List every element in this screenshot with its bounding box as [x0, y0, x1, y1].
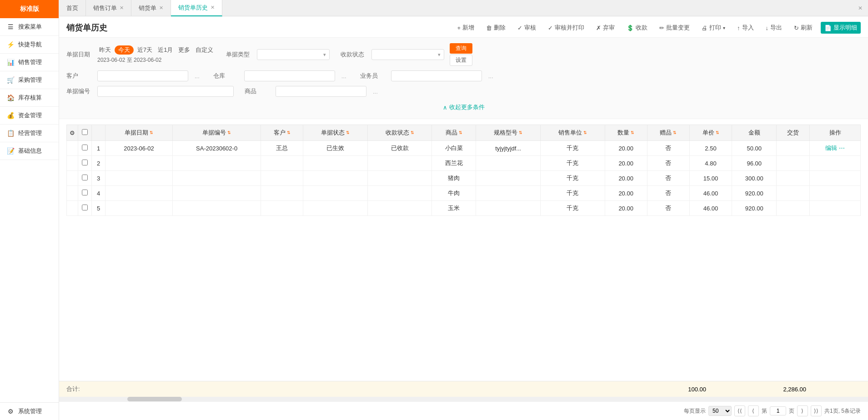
th-docnum[interactable]: 单据编号⇅ — [173, 125, 261, 141]
th-goods[interactable]: 商品⇅ — [432, 125, 476, 141]
prev-page-button[interactable]: ⟨ — [748, 405, 759, 416]
cell-paymentstatus — [367, 171, 432, 186]
cell-rownum: 5 — [92, 201, 105, 216]
first-page-button[interactable]: ⟨⟨ — [734, 405, 745, 416]
row-checkbox-4[interactable] — [82, 205, 88, 210]
show-detail-button[interactable]: 📄 显示明细 — [821, 22, 861, 34]
staff-dots-button[interactable]: ... — [486, 72, 496, 80]
batch-change-button[interactable]: ✏ 批量变更 — [656, 22, 693, 34]
horizontal-scrollbar[interactable] — [59, 397, 868, 401]
next-page-button[interactable]: ⟩ — [797, 405, 808, 416]
payment-select[interactable] — [371, 49, 444, 60]
import-button[interactable]: ↑ 导入 — [733, 22, 758, 34]
sidebar-item-quick-nav[interactable]: ⚡ 快捷导航 — [0, 36, 59, 54]
date-btn-today[interactable]: 今天 — [115, 45, 134, 55]
audit-print-button[interactable]: ✓ 审核并打印 — [544, 22, 588, 34]
sidebar-item-label: 经营管理 — [18, 129, 42, 137]
tab-sales-goods[interactable]: 销货单 ✕ — [131, 0, 171, 16]
cell-action[interactable] — [810, 201, 861, 216]
cell-checkbox[interactable] — [78, 201, 92, 216]
cell-action[interactable]: 编辑⋯ — [810, 141, 861, 156]
cell-transaction — [777, 171, 810, 186]
query-button[interactable]: 查询 — [450, 43, 472, 54]
more-action[interactable]: ⋯ — [839, 145, 845, 151]
date-btn-custom[interactable]: 自定义 — [194, 45, 215, 55]
customer-dots-button[interactable]: ... — [192, 72, 202, 80]
sys-mgmt-icon: ⚙ — [6, 407, 15, 415]
audit-button[interactable]: ✓ 审核 — [514, 22, 540, 34]
sidebar-item-inventory[interactable]: 🏠 库存核算 — [0, 89, 59, 107]
collapse-up-icon: ∧ — [443, 104, 447, 111]
cell-spec — [476, 156, 541, 171]
warehouse-dots-button[interactable]: ... — [339, 72, 349, 80]
sidebar-item-sales-mgmt[interactable]: 📊 销售管理 — [0, 54, 59, 71]
set-button[interactable]: 设置 — [450, 55, 472, 66]
th-gift[interactable]: 赠品⇅ — [647, 125, 689, 141]
select-all-checkbox[interactable] — [82, 129, 88, 135]
sidebar-item-search-menu[interactable]: ☰ 搜索菜单 — [0, 18, 59, 36]
cell-gift: 否 — [647, 156, 689, 171]
th-price[interactable]: 单价⇅ — [689, 125, 732, 141]
sidebar-item-finance[interactable]: 💰 资金管理 — [0, 107, 59, 125]
row-checkbox-1[interactable] — [82, 160, 88, 165]
goods-input[interactable] — [276, 86, 366, 97]
th-qty[interactable]: 数量⇅ — [605, 125, 647, 141]
customer-input[interactable] — [97, 70, 188, 81]
page-number-input[interactable] — [770, 406, 786, 415]
cell-action[interactable] — [810, 186, 861, 201]
th-settings[interactable]: ⚙ — [67, 125, 78, 141]
export-button[interactable]: ↓ 导出 — [762, 22, 786, 34]
row-checkbox-3[interactable] — [82, 190, 88, 195]
sidebar-item-label: 搜索菜单 — [18, 23, 42, 31]
row-checkbox-0[interactable] — [82, 145, 88, 150]
row-checkbox-2[interactable] — [82, 175, 88, 180]
cell-price: 46.00 — [689, 201, 732, 216]
cell-checkbox[interactable] — [78, 171, 92, 186]
sidebar-item-sys-mgmt[interactable]: ⚙ 系统管理 — [0, 403, 59, 420]
refresh-button[interactable]: ↻ 刷新 — [790, 22, 816, 34]
tab-sales-history[interactable]: 销货单历史 ✕ — [171, 0, 222, 16]
tab-close-sales-history[interactable]: ✕ — [211, 5, 215, 10]
warehouse-input[interactable] — [244, 70, 335, 81]
cell-checkbox[interactable] — [78, 186, 92, 201]
tab-home[interactable]: 首页 — [59, 0, 86, 16]
page-label: 第 — [762, 407, 767, 415]
last-page-button[interactable]: ⟩⟩ — [811, 405, 822, 416]
th-docstatus[interactable]: 单据状态⇅ — [303, 125, 368, 141]
sidebar-item-purchase-mgmt[interactable]: 🛒 采购管理 — [0, 71, 59, 89]
th-unit[interactable]: 销售单位⇅ — [540, 125, 605, 141]
tab-close-sales-order[interactable]: ✕ — [120, 5, 124, 11]
th-spec[interactable]: 规格型号⇅ — [476, 125, 541, 141]
sidebar-item-basic-info[interactable]: 📝 基础信息 — [0, 142, 59, 160]
collect-button[interactable]: 💲 收款 — [623, 22, 651, 34]
type-select[interactable] — [257, 49, 330, 60]
close-all-tabs-button[interactable]: ✕ — [853, 5, 868, 11]
abandon-button[interactable]: ✗ 弃审 — [592, 22, 618, 34]
date-btn-7days[interactable]: 近7天 — [135, 45, 154, 55]
goods-dots-button[interactable]: ... — [370, 87, 381, 96]
sidebar-item-ops[interactable]: 📋 经营管理 — [0, 125, 59, 142]
cell-checkbox[interactable] — [78, 156, 92, 171]
delete-button[interactable]: 🗑 删除 — [482, 22, 509, 34]
th-paymentstatus[interactable]: 收款状态⇅ — [367, 125, 432, 141]
date-btn-1month[interactable]: 近1月 — [156, 45, 175, 55]
cell-checkbox[interactable] — [78, 141, 92, 156]
filter-customer: 客户 ... — [66, 70, 202, 81]
cell-action[interactable] — [810, 156, 861, 171]
per-page-select[interactable]: 50 100 — [708, 406, 732, 416]
docnum-input[interactable] — [97, 86, 234, 97]
date-btn-more[interactable]: 更多 — [176, 45, 192, 55]
th-date[interactable]: 单据日期⇅ — [105, 125, 173, 141]
edit-action[interactable]: 编辑 — [825, 145, 837, 151]
tab-close-sales-goods[interactable]: ✕ — [159, 5, 163, 11]
cell-action[interactable] — [810, 171, 861, 186]
date-btn-yesterday[interactable]: 昨天 — [97, 45, 113, 55]
tab-sales-order[interactable]: 销售订单 ✕ — [86, 0, 131, 16]
staff-input[interactable] — [391, 70, 482, 81]
print-button[interactable]: 🖨 打印 ▾ — [698, 22, 729, 34]
add-button[interactable]: + 新增 — [453, 22, 478, 34]
th-customer[interactable]: 客户⇅ — [261, 125, 303, 141]
table-area: ⚙ 单据日期⇅ 单据编号⇅ 客户⇅ 单据状态⇅ — [59, 119, 868, 381]
scrollbar-thumb[interactable] — [127, 397, 182, 401]
collapse-filter-button[interactable]: ∧ 收起更多条件 — [66, 101, 861, 113]
